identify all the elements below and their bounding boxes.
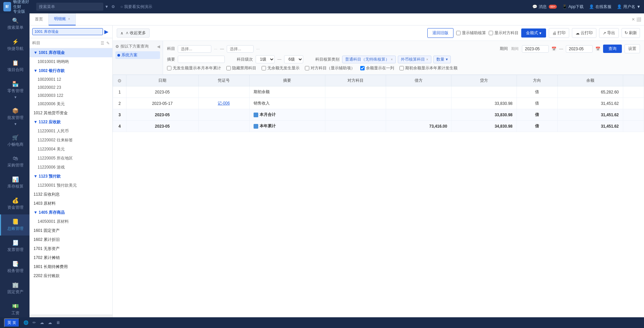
- tab-close-window-icon[interactable]: ✕: [632, 17, 635, 22]
- filter-tag-1[interactable]: 普通科目（无特殊核算） ×: [342, 56, 396, 63]
- subject-more-icon[interactable]: ···: [214, 47, 217, 51]
- sidebar-item-finance[interactable]: 💰 资金管理: [0, 193, 30, 214]
- subject-item-1601[interactable]: 1601 固定资产: [30, 226, 112, 235]
- settings-icon[interactable]: ⚙: [111, 4, 115, 9]
- filter-tag-3[interactable]: 数量 ▾: [433, 56, 451, 63]
- tag1-close-icon[interactable]: ×: [391, 58, 393, 61]
- subject-item-10020006[interactable]: 10020006 美元: [30, 100, 112, 109]
- subject-item-11220004[interactable]: 11220004 美元: [30, 145, 112, 154]
- sidebar-item-search[interactable]: 🔍 搜索菜单: [0, 13, 30, 35]
- back-btn[interactable]: 退回旧版: [427, 28, 453, 38]
- bottom-icon-2[interactable]: ✏: [33, 320, 36, 325]
- forward-icon[interactable]: ▶: [104, 28, 108, 35]
- scheme-item-system[interactable]: 系统方案: [115, 51, 160, 59]
- filter-add-icon[interactable]: ✎: [106, 41, 110, 46]
- search-box[interactable]: 搜索菜单: [36, 3, 103, 11]
- subject-scrollbar[interactable]: [30, 315, 112, 317]
- lang-btn[interactable]: 英 英: [4, 318, 19, 327]
- level-end-select[interactable]: 6级5级4级: [284, 55, 303, 63]
- subject-item-11220005[interactable]: 11220005 所在地区: [30, 154, 112, 163]
- table-settings-icon[interactable]: ⚙: [117, 78, 122, 83]
- sidebar-item-project[interactable]: 📋 项目合同: [0, 56, 30, 77]
- tab-close-icon[interactable]: ×: [68, 17, 70, 21]
- jine-btn[interactable]: 金额式 ▾: [521, 28, 546, 38]
- subject-item-1132[interactable]: 1132 应收利息: [30, 190, 112, 199]
- demo-link[interactable]: ○ 我要看实例演示: [120, 4, 152, 10]
- subject-title-tag[interactable]: 1001 库存现金: [32, 28, 103, 35]
- tag2-close-icon[interactable]: ×: [426, 58, 428, 61]
- sidebar-item-invoice[interactable]: 🧾 发票管理: [0, 236, 30, 257]
- filter-expand-btn[interactable]: ∧ ∧ 收起更多: [117, 28, 150, 38]
- subject-item-1702[interactable]: 1702 累计摊销: [30, 253, 112, 262]
- subject-item-1403[interactable]: 1403 原材料: [30, 199, 112, 208]
- tab-home[interactable]: 首页: [30, 13, 49, 25]
- bottom-icon-3[interactable]: ☁: [40, 320, 44, 325]
- level-start-select[interactable]: 1级2级3级: [256, 55, 275, 63]
- sidebar-item-purchase[interactable]: 🛍 采购管理: [0, 151, 30, 172]
- tag3-dropdown-icon[interactable]: ▾: [446, 57, 448, 62]
- sidebar-item-ecommerce[interactable]: 🛒 小畅电商: [0, 130, 30, 151]
- online-service-btn[interactable]: 👤 在线客服: [589, 4, 611, 10]
- hide-unused-input[interactable]: [226, 66, 231, 70]
- subject-end-more-icon[interactable]: ···: [256, 47, 260, 51]
- sidebar-item-tax[interactable]: 📑 税务管理: [0, 257, 30, 278]
- subject-item-1002[interactable]: ▼ 1002 银行存款: [30, 66, 112, 75]
- subject-item-1405[interactable]: ▼ 1405 库存商品: [30, 208, 112, 217]
- sidebar-item-inventory[interactable]: 📊 库存核算: [0, 172, 30, 193]
- sidebar-item-salary[interactable]: 💵 工资: [0, 299, 30, 317]
- summary-input[interactable]: [178, 56, 225, 63]
- subject-item-1602[interactable]: 1602 累计折旧: [30, 235, 112, 244]
- message-btn[interactable]: 💬 消息 99+: [532, 4, 556, 10]
- show-opposite-input[interactable]: [489, 31, 493, 35]
- refresh-btn[interactable]: ↻ 刷新: [622, 28, 640, 38]
- user-menu[interactable]: 👤 用户名 ▼: [617, 4, 641, 10]
- period-end-input[interactable]: [566, 45, 593, 53]
- bottom-icon-5[interactable]: 🖥: [56, 320, 60, 325]
- print-btn[interactable]: 🖨 打印: [549, 28, 569, 38]
- opposite-input[interactable]: [305, 66, 309, 70]
- subject-item-11230001[interactable]: 11230001 预付款美元: [30, 181, 112, 190]
- tab-maximize-icon[interactable]: ⬜: [636, 17, 641, 22]
- subject-item-11220001[interactable]: 11220001 人民币: [30, 127, 112, 136]
- show-opposite-checkbox[interactable]: 显示对方科目: [489, 30, 519, 36]
- opposite-checkbox[interactable]: 对方科目（显示辅助项）: [305, 65, 355, 71]
- show-aux-checkbox[interactable]: 显示辅助核算: [456, 30, 486, 36]
- cal-start-icon[interactable]: 📅: [551, 47, 556, 51]
- show-aux-input[interactable]: [456, 31, 461, 35]
- subject-item-10010001[interactable]: 10010001 哟哟哟: [30, 57, 112, 66]
- period-balance-input[interactable]: [399, 66, 404, 70]
- bottom-icon-4[interactable]: ☁: [48, 320, 52, 325]
- filter-settings-btn[interactable]: 设置: [625, 44, 640, 53]
- balance-one-col-input[interactable]: [360, 66, 365, 70]
- tab-detail[interactable]: 明细账 ×: [49, 13, 76, 25]
- subject-item-1123[interactable]: ▼ 1123 预付款: [30, 172, 112, 181]
- sidebar-item-quicknav[interactable]: ⚡ 快捷导航: [0, 35, 30, 56]
- subject-item-10020002[interactable]: 10020002 23: [30, 83, 112, 91]
- scheme-collapse-icon[interactable]: ◀: [157, 44, 160, 49]
- subject-item-1001[interactable]: ▼ 1001 库存现金: [30, 48, 112, 57]
- subject-item-14050001[interactable]: 14050001 原材料: [30, 217, 112, 226]
- sidebar-item-asset[interactable]: 🏢 固定资产: [0, 278, 30, 299]
- subject-item-2202[interactable]: 2202 应付账款: [30, 271, 112, 280]
- bottom-icon-1[interactable]: 🌐: [23, 320, 29, 325]
- sidebar-item-wholesale[interactable]: 📦 批发管理 ▾: [0, 104, 30, 130]
- period-start-input[interactable]: [522, 45, 549, 53]
- subject-item-1801[interactable]: 1801 长期待摊费用: [30, 262, 112, 271]
- search-dropdown-icon[interactable]: ▼: [105, 4, 109, 9]
- no-occur-input[interactable]: [167, 66, 171, 70]
- filter-list-icon[interactable]: ☰: [101, 41, 104, 46]
- subject-item-10020001[interactable]: 10020001 12: [30, 75, 112, 83]
- subject-end-input[interactable]: [227, 45, 254, 53]
- export-btn[interactable]: ↗ 导出: [599, 28, 619, 38]
- app-download-btn[interactable]: 📱 App下载: [562, 4, 584, 10]
- balance-one-col-checkbox[interactable]: 余额显示在一列: [360, 65, 394, 71]
- cloud-print-btn[interactable]: ☁ 云打印: [572, 28, 596, 38]
- subject-item-11220006[interactable]: 11220006 游戏: [30, 163, 112, 172]
- no-zero-checkbox[interactable]: 无余额无发生显示: [262, 65, 300, 71]
- subject-item-1012[interactable]: 1012 其他货币资金: [30, 109, 112, 118]
- subject-input[interactable]: [178, 45, 211, 53]
- cal-end-icon[interactable]: 📅: [595, 47, 600, 51]
- no-zero-input[interactable]: [262, 66, 266, 70]
- settings-scheme-icon[interactable]: ⚙: [115, 44, 119, 49]
- sidebar-item-retail[interactable]: 🏪 零售管理 ▾: [0, 77, 30, 104]
